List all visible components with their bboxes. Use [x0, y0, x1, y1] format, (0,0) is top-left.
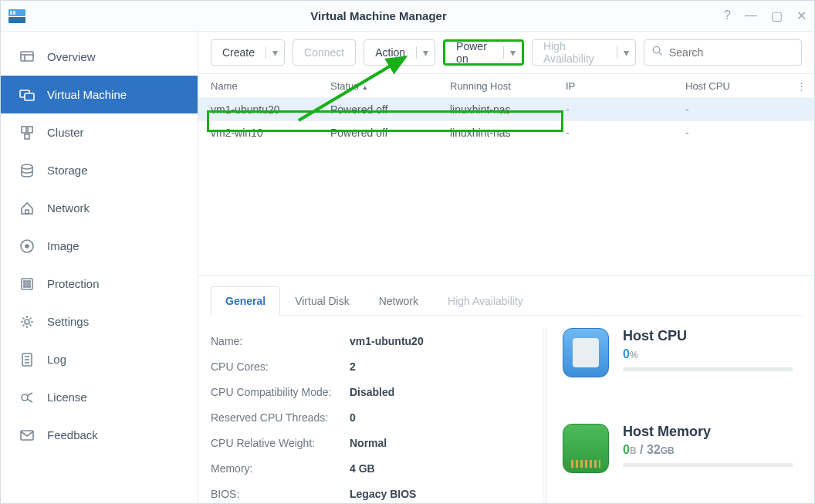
sort-asc-icon: ▲	[362, 84, 368, 91]
maximize-icon[interactable]: ▢	[771, 8, 783, 23]
col-header-host[interactable]: Running Host	[450, 80, 566, 92]
sidebar-item-overview[interactable]: Overview	[1, 38, 198, 76]
svg-point-12	[22, 164, 32, 169]
svg-point-21	[25, 320, 29, 324]
svg-rect-20	[28, 285, 30, 287]
titlebar: Virtual Machine Manager ? — ▢ ✕	[1, 1, 814, 32]
meter-title: Host CPU	[623, 328, 793, 344]
sidebar-label: License	[47, 391, 87, 404]
prop-row: CPU Compatibility Mode:Disabled	[211, 379, 527, 404]
log-icon	[19, 352, 35, 367]
table-row[interactable]: vm1-ubuntu20 Powered off linuxhint-nas -…	[198, 97, 814, 120]
svg-rect-8	[25, 93, 34, 100]
svg-rect-10	[28, 127, 32, 133]
chevron-down-icon[interactable]: ▾	[503, 46, 522, 59]
meter-bar	[623, 463, 793, 467]
meter-bar	[623, 367, 793, 371]
sidebar-item-storage[interactable]: Storage	[1, 151, 198, 189]
svg-rect-1	[8, 17, 25, 23]
cpu-icon	[563, 328, 609, 377]
svg-rect-17	[24, 281, 26, 283]
memory-icon	[563, 424, 609, 473]
svg-rect-16	[22, 279, 32, 289]
close-icon[interactable]: ✕	[796, 8, 807, 23]
props-list: Name:vm1-ubuntu20 CPU Cores:2 CPU Compat…	[211, 328, 527, 503]
sidebar-item-image[interactable]: Image	[1, 227, 198, 265]
image-icon	[19, 238, 35, 254]
svg-rect-11	[25, 134, 29, 139]
vm-icon	[19, 87, 35, 103]
svg-rect-19	[24, 285, 26, 287]
col-header-ip[interactable]: IP	[566, 80, 685, 92]
prop-row: CPU Relative Weight:Normal	[211, 430, 527, 455]
app-window: Virtual Machine Manager ? — ▢ ✕ Overview…	[0, 0, 815, 504]
columns-menu-icon[interactable]: ⋮	[796, 80, 807, 92]
svg-rect-4	[21, 52, 33, 61]
sidebar-label: Settings	[47, 315, 89, 328]
minimize-icon[interactable]: —	[745, 8, 757, 23]
chevron-down-icon[interactable]: ▾	[617, 46, 635, 59]
svg-rect-18	[28, 281, 30, 283]
search-box[interactable]	[644, 39, 802, 66]
tab-ha[interactable]: High Availability	[433, 286, 538, 315]
power-on-button[interactable]: Power on▾	[443, 39, 524, 66]
svg-point-15	[25, 245, 29, 248]
svg-rect-3	[13, 11, 15, 15]
toolbar: Create▾ Connect Action▾ Power on▾ High A…	[198, 32, 814, 74]
sidebar: Overview Virtual Machine Cluster Storage…	[1, 32, 198, 503]
tab-vdisk[interactable]: Virtual Disk	[280, 286, 364, 315]
chevron-down-icon[interactable]: ▾	[265, 46, 284, 59]
search-icon	[652, 46, 663, 59]
details-panel: General Virtual Disk Network High Availa…	[198, 275, 814, 503]
meter-title: Host Memory	[623, 424, 793, 440]
window-controls: ? — ▢ ✕	[724, 8, 807, 23]
sidebar-item-network[interactable]: Network	[1, 189, 198, 227]
sidebar-item-license[interactable]: License	[1, 378, 198, 416]
sidebar-label: Network	[47, 201, 90, 215]
sidebar-item-feedback[interactable]: Feedback	[1, 416, 198, 454]
prop-row: BIOS:Legacy BIOS	[211, 481, 527, 503]
window-title: Virtual Machine Manager	[33, 9, 724, 22]
table-row[interactable]: vm2-win10 Powered off linuxhint-nas - -	[198, 120, 814, 144]
license-icon	[19, 390, 35, 405]
connect-button[interactable]: Connect	[293, 39, 356, 66]
col-header-status[interactable]: Status▲	[330, 80, 450, 92]
sidebar-label: Protection	[47, 277, 100, 290]
prop-row: Memory:4 GB	[211, 455, 527, 481]
sidebar-item-virtual-machine[interactable]: Virtual Machine	[1, 76, 198, 113]
table-header: Name Status▲ Running Host IP Host CPU ⋮	[198, 74, 814, 97]
svg-point-28	[653, 46, 659, 52]
sidebar-label: Virtual Machine	[47, 88, 127, 101]
svg-rect-13	[25, 210, 29, 214]
create-button[interactable]: Create▾	[211, 39, 285, 66]
sidebar-item-log[interactable]: Log	[1, 340, 198, 378]
search-input[interactable]	[669, 46, 804, 59]
col-header-cpu[interactable]: Host CPU	[685, 80, 778, 92]
tab-general[interactable]: General	[211, 286, 280, 316]
overview-icon	[19, 49, 35, 65]
meter-value: 0%	[623, 347, 793, 361]
scrollbar[interactable]	[543, 328, 547, 503]
prop-row: CPU Cores:2	[211, 353, 527, 379]
network-icon	[19, 201, 35, 216]
action-button[interactable]: Action▾	[364, 39, 435, 66]
prop-row: Name:vm1-ubuntu20	[211, 328, 527, 353]
high-availability-button[interactable]: High Availability▾	[532, 39, 636, 66]
storage-icon	[19, 163, 35, 178]
chevron-down-icon[interactable]: ▾	[416, 46, 435, 59]
sidebar-label: Cluster	[47, 126, 84, 139]
feedback-icon	[19, 428, 35, 443]
tab-network[interactable]: Network	[364, 286, 433, 315]
sidebar-item-cluster[interactable]: Cluster	[1, 113, 198, 151]
help-icon[interactable]: ?	[724, 8, 731, 23]
sidebar-item-settings[interactable]: Settings	[1, 303, 198, 340]
protection-icon	[19, 276, 35, 292]
sidebar-item-protection[interactable]: Protection	[1, 265, 198, 303]
sidebar-label: Overview	[47, 50, 96, 63]
prop-row: Reserved CPU Threads:0	[211, 404, 527, 430]
svg-line-29	[659, 52, 662, 56]
sidebar-label: Storage	[47, 164, 88, 177]
col-header-name[interactable]: Name	[211, 80, 330, 92]
meter-cpu: Host CPU 0%	[563, 328, 793, 377]
cluster-icon	[19, 125, 35, 140]
